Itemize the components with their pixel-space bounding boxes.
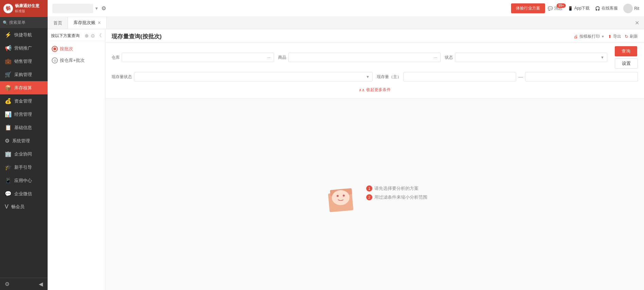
warehouse-input[interactable]: ··· [122, 53, 274, 62]
sidebar-item-inventory[interactable]: 📦 库存核算 [0, 81, 48, 94]
topbar-search-area: ▼ ⚙ [52, 4, 508, 13]
page-heading: 现存量查询(按批次) 🖨 按模板打印 ▼ ⬆ 导出 ↻ 刷新 [105, 29, 644, 43]
status-input[interactable]: ▼ [455, 53, 607, 62]
sidebar-item-purchase[interactable]: 🛒 采购管理 [0, 68, 48, 81]
sidebar-item-appstore[interactable]: 📱 应用中心 [0, 174, 48, 187]
newbie-icon: 🎓 [5, 164, 12, 170]
tab-home-label: 首页 [53, 20, 62, 26]
query-button[interactable]: 查询 [615, 46, 637, 56]
collapse-sidebar-icon[interactable]: ◀ [39, 281, 43, 287]
sidebar-item-label: 企业微信 [14, 191, 32, 197]
sidebar-header: 畅 畅康通好生意 标准版 [0, 0, 48, 17]
sidebar-item-label: 企业协同 [14, 151, 32, 157]
hint-label-2: 用过滤条件来缩小分析范围 [374, 194, 427, 200]
sidebar-item-label: 营销推广 [14, 45, 32, 51]
svg-point-3 [337, 195, 339, 197]
product-input[interactable]: ··· [288, 53, 441, 62]
sidebar-item-marketing[interactable]: 📢 营销推广 [0, 41, 48, 55]
sidebar-item-newbie[interactable]: 🎓 新手引导 [0, 161, 48, 174]
sidebar-item-wechat[interactable]: 💬 企业微信 [0, 187, 48, 200]
inventory-qty-from-input[interactable] [403, 72, 516, 81]
sidebar-item-sales[interactable]: 💼 销售管理 [0, 55, 48, 68]
print-action[interactable]: 🖨 按模板打印 ▼ [574, 34, 605, 39]
inventory-icon: 📦 [5, 85, 12, 91]
online-service-label: 在线客服 [601, 5, 618, 11]
tab-batch-ledger-label: 库存批次账 [73, 20, 96, 26]
topbar-search-box[interactable] [52, 4, 93, 13]
add-scheme-icon[interactable]: ⊕ [85, 33, 89, 38]
scheme-item-by-batch[interactable]: 按批次 [48, 43, 105, 55]
tab-batch-ledger[interactable]: 库存批次账 ✕ [68, 17, 107, 29]
scheme-item-by-warehouse-batch[interactable]: ⚙ 按仓库+批次 [48, 55, 105, 66]
user-avatar [623, 4, 633, 13]
empty-state: 1 请先选择要分析的方案 2 用过滤条件来缩小分析范围 [105, 98, 644, 290]
app-download-button[interactable]: 📱 App下载 [568, 5, 590, 11]
export-action[interactable]: ⬆ 导出 [608, 34, 621, 39]
print-dropdown-icon[interactable]: ▼ [601, 35, 605, 38]
topbar-gear-icon[interactable]: ⚙ [101, 5, 106, 12]
sidebar-item-system[interactable]: ⚙ 系统管理 [0, 134, 48, 147]
settings-button[interactable]: 设置 [615, 58, 638, 69]
inventory-status-label: 现存量状态 [112, 74, 132, 80]
search-icon: 🔍 [3, 20, 8, 25]
sidebar-item-label: 采购管理 [14, 72, 32, 78]
settings-footer-icon[interactable]: ⚙ [5, 281, 10, 287]
collapse-label: 收起更多条件 [366, 87, 391, 93]
sidebar-item-label: 销售管理 [14, 58, 32, 65]
scheme-label: 按仓库+批次 [60, 57, 85, 64]
tabs-bar: 首页 库存批次账 ✕ ✕ [48, 17, 644, 29]
quick-nav-icon: ⚡ [5, 32, 12, 38]
page-title: 现存量查询(按批次) [112, 33, 162, 40]
online-service-button[interactable]: 🎧 在线客服 [595, 5, 618, 11]
main-area: ▼ ⚙ 体验行业方案 💬 消息 99+ 📱 App下载 🎧 在线客服 Rit [48, 0, 644, 290]
chevron-up-icon: ∧∧ [359, 88, 365, 92]
messages-badge: 99+ [557, 3, 566, 8]
topbar-chevron-icon[interactable]: ▼ [95, 6, 99, 11]
collapse-more-btn[interactable]: ∧∧ 收起更多条件 [112, 85, 638, 95]
inventory-qty-to-input[interactable] [525, 72, 638, 81]
enterprise-icon: 🏢 [5, 151, 12, 157]
download-icon: 📱 [568, 6, 573, 11]
scheme-settings-icon[interactable]: ⊙ [91, 33, 95, 38]
trial-button[interactable]: 体验行业方案 [511, 3, 545, 13]
status-dropdown-icon[interactable]: ▼ [600, 55, 604, 59]
sidebar-item-label: 新手引导 [14, 164, 32, 170]
finance-icon: 💰 [5, 98, 12, 104]
app-subtitle: 标准版 [15, 9, 39, 14]
system-icon: ⚙ [5, 138, 10, 144]
sidebar-item-basic[interactable]: 📋 基础信息 [0, 121, 48, 134]
app-title: 畅康通好生意 [15, 3, 39, 9]
sidebar-item-quick-nav[interactable]: ⚡ 快捷导航 [0, 28, 48, 41]
empty-text: 1 请先选择要分析的方案 2 用过滤条件来缩小分析范围 [366, 185, 427, 203]
purchase-icon: 🛒 [5, 71, 12, 78]
sidebar-item-finance[interactable]: 💰 资金管理 [0, 94, 48, 108]
warehouse-more-btn[interactable]: ··· [267, 55, 271, 59]
tab-batch-ledger-close[interactable]: ✕ [98, 21, 101, 25]
wechat-icon: 💬 [5, 191, 12, 197]
sidebar-item-vip[interactable]: V 畅会员 [0, 200, 48, 213]
service-icon: 🎧 [595, 6, 600, 11]
filter-actions: 查询 设置 [615, 46, 638, 69]
empty-illustration [322, 177, 356, 211]
tab-home[interactable]: 首页 [48, 17, 68, 29]
sidebar-item-operations[interactable]: 📊 经营管理 [0, 108, 48, 121]
sidebar-item-enterprise[interactable]: 🏢 企业协同 [0, 147, 48, 161]
inventory-status-dropdown-icon[interactable]: ▼ [366, 75, 370, 79]
topbar-right: 💬 消息 99+ 📱 App下载 🎧 在线客服 Rit [548, 4, 639, 13]
tab-panel-close-btn[interactable]: ✕ [630, 20, 644, 26]
user-name: Rit [634, 6, 639, 11]
user-avatar-area[interactable]: Rit [623, 4, 639, 13]
sidebar-nav: ⚡ 快捷导航 📢 营销推广 💼 销售管理 🛒 采购管理 📦 库存核算 💰 资金管… [0, 28, 48, 278]
topbar: ▼ ⚙ 体验行业方案 💬 消息 99+ 📱 App下载 🎧 在线客服 Rit [48, 0, 644, 17]
sidebar-item-label: 应用中心 [14, 178, 32, 184]
sidebar-search[interactable]: 🔍 搜索菜单 [0, 17, 48, 28]
warehouse-filter-group: 仓库 ··· [112, 53, 274, 62]
collapse-panel-icon[interactable]: 《 [97, 33, 102, 39]
product-more-btn[interactable]: ··· [433, 55, 438, 59]
inventory-status-input[interactable]: ▼ [134, 72, 373, 81]
svg-point-4 [343, 195, 345, 197]
hint-label-1: 请先选择要分析的方案 [374, 185, 419, 192]
hint-number-1: 1 [366, 185, 372, 192]
refresh-action[interactable]: ↻ 刷新 [625, 34, 638, 39]
messages-button[interactable]: 💬 消息 99+ [548, 5, 562, 11]
